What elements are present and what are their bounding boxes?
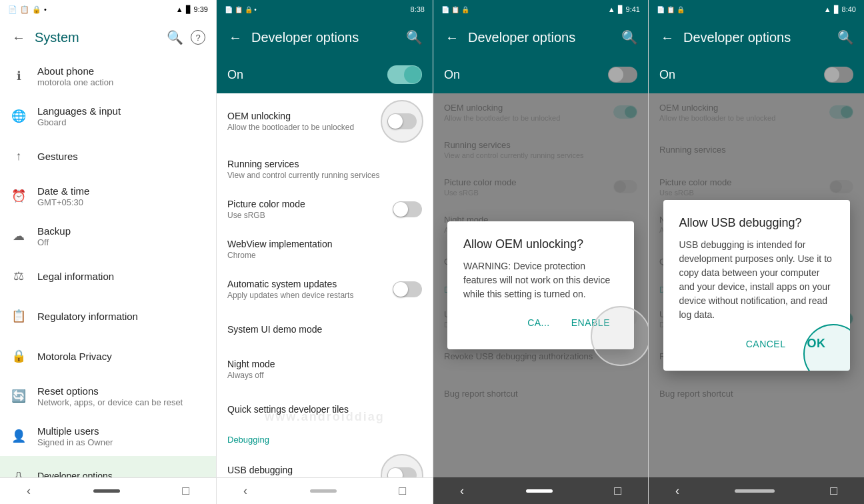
recents-nav-p3[interactable]: □: [614, 484, 621, 498]
bottom-nav-p1: ‹ □: [0, 477, 216, 504]
dev-item-uidemo[interactable]: System UI demo mode: [217, 309, 433, 349]
developer-title: Developer options: [37, 471, 205, 477]
search-button-p3[interactable]: 🔍: [621, 29, 637, 45]
picture-subtitle: Use sRGB: [227, 211, 393, 220]
panel-developer-oem-dialog: 📄 📋 🔒 ▲ ▊ 9:41 ← Developer options 🔍 On …: [433, 0, 649, 504]
panel-system-settings: 📄 📋 🔒 • ▲ ▊ 9:39 ← System 🔍 ? ℹ About ph…: [0, 0, 217, 504]
usb-cancel-button[interactable]: Cancel: [738, 333, 794, 355]
languages-icon: 🌐: [11, 108, 27, 124]
on-toggle-row-p3[interactable]: On: [433, 56, 648, 93]
on-toggle-row-p4[interactable]: On: [649, 56, 864, 93]
settings-item-backup[interactable]: ☁ Backup Off: [0, 216, 216, 256]
webview-subtitle: Chrome: [227, 251, 422, 260]
developer-toggle-p3[interactable]: [608, 67, 637, 83]
dev-item-quicksettings[interactable]: Quick settings developer tiles: [217, 389, 433, 429]
home-nav-p3[interactable]: [526, 489, 553, 493]
dev-item-running[interactable]: Running services View and control curren…: [217, 149, 433, 189]
dev-item-picture[interactable]: Picture color mode Use sRGB: [217, 189, 433, 229]
back-button-p4[interactable]: ←: [659, 29, 675, 45]
nightmode-title: Night mode: [227, 359, 422, 369]
usb-toggle[interactable]: [387, 467, 417, 477]
battery-icon-p4: ▊: [834, 5, 839, 14]
page-title-p4: Developer options: [683, 30, 829, 45]
back-button-p3[interactable]: ←: [444, 29, 460, 45]
developer-icon: {}: [11, 468, 27, 477]
gestures-title: Gestures: [37, 151, 205, 162]
battery-icon-p3: ▊: [618, 5, 623, 14]
search-button-p4[interactable]: 🔍: [837, 29, 853, 45]
status-left-p2: 📄 📋 🔒 •: [225, 6, 257, 13]
reset-icon: 🔄: [11, 388, 27, 404]
back-nav-p1[interactable]: ‹: [27, 484, 31, 498]
legal-title: Legal information: [37, 271, 205, 282]
settings-item-legal[interactable]: ⚖ Legal information: [0, 256, 216, 296]
dev-item-oem[interactable]: OEM unlocking Allow the bootloader to be…: [217, 93, 433, 149]
privacy-title: Motorola Privacy: [37, 351, 205, 362]
back-button-p1[interactable]: ←: [11, 29, 27, 45]
settings-item-about[interactable]: ℹ About phone motorola one action: [0, 56, 216, 96]
regulatory-title: Regulatory information: [37, 311, 205, 322]
privacy-icon: 🔒: [11, 348, 27, 364]
picture-toggle[interactable]: [393, 201, 422, 217]
about-icon: ℹ: [11, 68, 27, 84]
dot-icon: •: [44, 5, 47, 13]
autoupdate-toggle[interactable]: [393, 281, 422, 297]
help-button-p1[interactable]: ?: [191, 30, 205, 45]
section-debugging: Debugging: [217, 429, 433, 447]
home-nav-p1[interactable]: [93, 489, 120, 493]
developer-toggle-p4[interactable]: [824, 67, 853, 83]
status-icons-right: ▲ ▊ 9:39: [176, 5, 208, 14]
settings-item-datetime[interactable]: ⏰ Date & time GMT+05:30: [0, 176, 216, 216]
running-title: Running services: [227, 159, 422, 169]
back-nav-p4[interactable]: ‹: [675, 484, 679, 498]
oem-dialog: Allow OEM unlocking? WARNING: Device pro…: [447, 221, 634, 349]
oem-cancel-button[interactable]: Ca...: [519, 312, 558, 333]
developer-toggle[interactable]: [387, 65, 422, 84]
home-nav-p2[interactable]: [310, 489, 337, 493]
page-title-p1: System: [35, 30, 159, 45]
dev-item-autoupdate[interactable]: Automatic system updates Apply updates w…: [217, 269, 433, 309]
oem-dialog-overlay: Allow OEM unlocking? WARNING: Device pro…: [433, 93, 648, 477]
notification-icon1: 📄: [8, 5, 17, 14]
settings-list-p1: ℹ About phone motorola one action 🌐 Lang…: [0, 56, 216, 477]
picture-title: Picture color mode: [227, 199, 393, 209]
settings-item-languages[interactable]: 🌐 Languages & input Gboard: [0, 96, 216, 136]
time-p3: 9:41: [626, 5, 640, 13]
legal-icon: ⚖: [11, 268, 27, 284]
recents-nav-p2[interactable]: □: [399, 484, 406, 498]
home-nav-p4[interactable]: [735, 489, 775, 493]
dev-item-webview[interactable]: WebView implementation Chrome: [217, 229, 433, 269]
search-button-p1[interactable]: 🔍: [167, 29, 183, 45]
status-icons-left: 📄 📋 🔒 •: [8, 5, 47, 14]
oem-title: OEM unlocking: [227, 111, 382, 121]
on-toggle-row[interactable]: On: [217, 56, 433, 93]
back-nav-p2[interactable]: ‹: [243, 484, 247, 498]
usb-dialog: Allow USB debugging? USB debugging is in…: [663, 200, 850, 371]
back-button-p2[interactable]: ←: [227, 29, 243, 45]
wifi-icon-p4: ▲: [824, 5, 831, 13]
settings-item-developer[interactable]: {} Developer options: [0, 456, 216, 477]
lock-icon: 🔒: [32, 5, 41, 14]
recents-nav-p1[interactable]: □: [182, 484, 189, 498]
search-button-p2[interactable]: 🔍: [406, 29, 422, 45]
panel-developer-usb-dialog: 📄 📋 🔒 ▲ ▊ 8:40 ← Developer options 🔍 On …: [649, 0, 864, 504]
dev-item-usb[interactable]: USB debugging Debug mode when USB is con…: [217, 447, 433, 477]
oem-toggle[interactable]: [387, 113, 417, 129]
time-p1: 9:39: [194, 5, 208, 13]
users-subtitle: Signed in as Owner: [37, 437, 205, 447]
app-bar-p3: ← Developer options 🔍: [433, 19, 648, 56]
settings-item-users[interactable]: 👤 Multiple users Signed in as Owner: [0, 416, 216, 456]
settings-item-regulatory[interactable]: 📋 Regulatory information: [0, 296, 216, 336]
webview-title: WebView implementation: [227, 239, 422, 249]
battery-icon: ▊: [186, 5, 191, 14]
autoupdate-toggle-knob: [393, 282, 408, 297]
status-bar-p4: 📄 📋 🔒 ▲ ▊ 8:40: [649, 0, 864, 19]
backup-icon: ☁: [11, 228, 27, 244]
settings-item-privacy[interactable]: 🔒 Motorola Privacy: [0, 336, 216, 376]
recents-nav-p4[interactable]: □: [830, 484, 837, 498]
settings-item-reset[interactable]: 🔄 Reset options Network, apps, or device…: [0, 376, 216, 416]
autoupdate-title: Automatic system updates: [227, 279, 393, 289]
settings-item-gestures[interactable]: ↑ Gestures: [0, 136, 216, 176]
dev-item-nightmode[interactable]: Night mode Always off: [217, 349, 433, 389]
back-nav-p3[interactable]: ‹: [460, 484, 464, 498]
